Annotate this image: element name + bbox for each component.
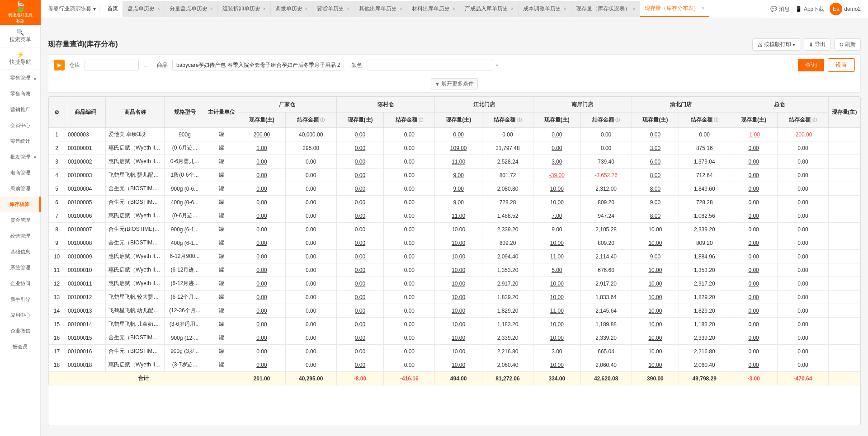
tab-partial-check[interactable]: 分量盘点单历史× xyxy=(165,1,218,17)
table-row: 2 00100001 惠氏启赋（Wyeth illu... (0-6月迹... … xyxy=(49,141,860,155)
row-yubei-amount: 0.00 xyxy=(679,128,730,141)
table-container[interactable]: ⚙ 商品编码 商品名称 规格型号 主计量单位 厂家仓 陈村仓 江北门店 南岸门店… xyxy=(48,96,861,426)
row-spec: (6-12月迹... xyxy=(165,263,205,277)
row-code: 00100002 xyxy=(65,155,106,169)
tab-assemble[interactable]: 组装拆卸单历史× xyxy=(218,1,271,17)
table-row: 11 00100010 惠氏启赋（Wyeth illu... (6-12月迹..… xyxy=(49,263,860,277)
sidebar-item-inventory[interactable]: 库存核算 xyxy=(0,197,41,212)
row-spec: 900g (6-1... xyxy=(165,223,205,236)
row-total-stock: 0.00 xyxy=(730,331,778,345)
warehouse-input[interactable] xyxy=(85,60,139,70)
row-nanan-stock: 5.00 xyxy=(533,263,580,277)
col-settings-header[interactable]: ⚙ xyxy=(49,97,65,128)
sidebar-item-ecommerce[interactable]: 电商管理 xyxy=(0,165,41,181)
tab-stock-dist[interactable]: 现存量（库存分布表）× xyxy=(640,1,709,17)
row-yubei-stock: 10.00 xyxy=(632,277,679,291)
table-row: 14 00100013 飞鹤星飞帆 幼儿配方奶... (12-36个月... 罐… xyxy=(49,304,860,318)
row-total-stock: 0.00 xyxy=(730,236,778,250)
quick-nav[interactable]: ⚡ 快捷导航 xyxy=(0,47,41,70)
row-chen-amount: 0.00 xyxy=(384,196,435,209)
row-num: 9 xyxy=(49,236,65,250)
sidebar-item-enterprise[interactable]: 企业协同 xyxy=(0,276,41,291)
sidebar-item-operation[interactable]: 经营管理 xyxy=(0,228,41,244)
query-button[interactable]: 查询 xyxy=(798,59,824,71)
row-total-amount: 0.00 xyxy=(777,250,828,263)
row-spec: 6-12月900... xyxy=(165,250,205,263)
product-input[interactable] xyxy=(172,60,344,70)
row-jiangbei-amount: 1,353.20 xyxy=(482,263,533,277)
export-btn[interactable]: ⬇ 导出 xyxy=(804,38,830,51)
row-nanan-amount: 2,917.20 xyxy=(580,277,632,291)
row-total-stock: 0.00 xyxy=(730,209,778,223)
color-input[interactable] xyxy=(367,60,493,70)
row-jiangbei-stock: 10.00 xyxy=(435,345,482,358)
sidebar-item-retail-shop[interactable]: 零售商城 xyxy=(0,86,41,102)
row-spec: (12-36个月... xyxy=(165,304,205,318)
table-row: 1 0000003 爱他美 卓臻3段 900g 罐 200.00 40,000.… xyxy=(49,128,860,141)
industry-selector[interactable]: 母婴行业演示陈套 ▾ xyxy=(44,5,100,13)
setting-button[interactable]: 设置 xyxy=(828,58,855,72)
top-header: 母婴行业演示陈套 ▾ 首页 盘点单历史× 分量盘点单历史× 组装拆卸单历史× 调… xyxy=(41,0,868,18)
row-code: 00100011 xyxy=(65,277,106,291)
row-chen-stock: 0.00 xyxy=(336,209,384,223)
tab-material-outbound[interactable]: 材料出库单历史× xyxy=(407,1,460,17)
table-row: 5 00100004 合生元（BIOSTIME）... 900g (0-6...… xyxy=(49,182,860,196)
row-num: 2 xyxy=(49,141,65,155)
refresh-btn[interactable]: ↻ 刷新 xyxy=(834,38,861,51)
user-menu[interactable]: Ea demo2 xyxy=(830,3,861,15)
row-chen-stock: 0.00 xyxy=(336,182,384,196)
user-avatar: Ea xyxy=(830,3,842,15)
row-yubei-stock: 10.00 xyxy=(632,318,679,331)
warehouse-select-btn[interactable]: ... xyxy=(142,62,150,68)
sidebar-item-system[interactable]: 系统管理 xyxy=(0,260,41,276)
message-btn[interactable]: 💬 消息 xyxy=(770,5,790,13)
sidebar-item-basics[interactable]: 基础信息 xyxy=(0,244,41,260)
tab-stock-status[interactable]: 现存量（库存状况表）× xyxy=(571,1,641,17)
row-name: 惠氏启赋（Wyeth illu... xyxy=(106,209,165,223)
sidebar-item-retail-mgmt[interactable]: 零售管理 ▲ xyxy=(0,70,41,86)
summary-yubei-amount: 49,798.29 xyxy=(679,372,730,385)
row-name: 合生元（BIOSTIME）... xyxy=(106,182,165,196)
tab-transfer[interactable]: 调拨单历史× xyxy=(271,1,313,17)
row-yubei-stock: 10.00 xyxy=(632,331,679,345)
sidebar-item-retail-stats[interactable]: 零售统计 xyxy=(0,133,41,149)
row-factory-stock: 0.00 xyxy=(238,196,286,209)
tab-home[interactable]: 首页 xyxy=(103,1,123,17)
table-row: 6 00100005 合生元（BIOSTIME）... 400g (0-6...… xyxy=(49,196,860,209)
expand-conditions-btn[interactable]: ▼ 展开更多条件 xyxy=(431,78,478,89)
app-download-btn[interactable]: 📱 App下载 xyxy=(795,5,824,13)
row-name: 惠氏启赋（Wyeth illu... xyxy=(106,155,165,169)
tab-requisition[interactable]: 要货单历史× xyxy=(312,1,354,17)
tab-cost-adjust[interactable]: 成本调整单历史× xyxy=(519,1,571,17)
row-num: 11 xyxy=(49,263,65,277)
table-row: 8 00100007 合生元(BIOSTIME)派... 900g (6-1..… xyxy=(49,223,860,236)
sidebar-item-guide[interactable]: 新手引导 xyxy=(0,291,41,307)
row-nanan-stock: 0.00 xyxy=(533,141,580,155)
print-btn[interactable]: 🖨 按模版打印 ▾ xyxy=(752,38,800,51)
row-yubei-stock: 8.00 xyxy=(632,182,679,196)
color-field: 颜色 ▾ xyxy=(351,60,498,70)
search-toggle-btn[interactable]: ▶ xyxy=(54,60,65,70)
app-logo[interactable]: 🍃 畅捷通好生意 标版 xyxy=(0,0,41,25)
tab-product-inbound[interactable]: 产成品入库单历史× xyxy=(460,1,519,17)
search-entry[interactable]: 🔍 搜索英单 xyxy=(0,25,41,47)
sidebar-item-marketing[interactable]: 营销推广 xyxy=(0,102,41,117)
row-nanan-stock: 10.00 xyxy=(533,182,580,196)
sidebar-item-purchase[interactable]: 采购管理 xyxy=(0,181,41,197)
row-chen-amount: 0.00 xyxy=(384,250,435,263)
row-total-stock: 0.00 xyxy=(730,250,778,263)
sidebar-item-finance[interactable]: 资金管理 xyxy=(0,212,41,228)
row-spec: 900g xyxy=(165,128,205,141)
tab-inventory-check[interactable]: 盘点单历史× xyxy=(123,1,165,17)
row-code: 00100003 xyxy=(65,169,106,182)
row-jiangbei-stock: 11.00 xyxy=(435,155,482,169)
sidebar-item-member2[interactable]: 畅会员 xyxy=(0,339,41,355)
nanan-amount-header: 结存金额 ⓘ xyxy=(580,113,632,128)
tab-other-outbound[interactable]: 其他出库单历史× xyxy=(354,1,407,17)
table-row: 16 00100015 合生元（BIOSTIME）... 900g (12-..… xyxy=(49,331,860,345)
sidebar-item-wholesale[interactable]: 批发管理 ▼ xyxy=(0,149,41,165)
row-yubei-stock: 8.00 xyxy=(632,169,679,182)
sidebar-item-apps[interactable]: 应用中心 xyxy=(0,307,41,323)
sidebar-item-wechat[interactable]: 企业微信 xyxy=(0,323,41,339)
sidebar-item-member[interactable]: 会员中心 xyxy=(0,117,41,133)
